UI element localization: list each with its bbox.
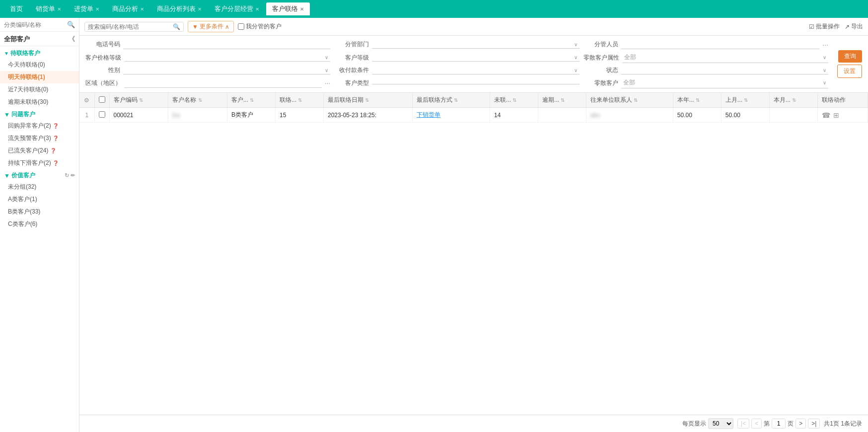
close-icon[interactable]: ✕: [198, 6, 202, 12]
page-number-input[interactable]: [772, 419, 786, 429]
col-no-contact[interactable]: 未联... ⇅: [490, 93, 538, 108]
col-action: 联络动作: [817, 93, 868, 108]
sidebar-item-churn-warning[interactable]: 流失预警客户(3) ❓: [0, 132, 79, 144]
manager-input[interactable]: [621, 40, 820, 49]
more-conditions-button[interactable]: ▼ 更多条件 ∧: [188, 21, 234, 32]
close-icon[interactable]: ✕: [140, 6, 144, 12]
my-customers-check[interactable]: [238, 23, 244, 30]
row-last-method[interactable]: 下销货单: [413, 108, 490, 123]
nav-product-analysis[interactable]: 商品分析 ✕: [106, 2, 150, 15]
first-page-button[interactable]: |<: [737, 419, 749, 429]
my-customers-checkbox[interactable]: 我分管的客户: [238, 22, 282, 31]
sidebar-item-c-class[interactable]: C类客户(6): [0, 218, 79, 230]
sidebar-item-today[interactable]: 今天待联络(0): [0, 59, 79, 71]
column-settings-icon[interactable]: ⚙: [79, 93, 94, 108]
payment-select[interactable]: ∨: [372, 67, 579, 74]
all-customers-header[interactable]: 全部客户 《: [0, 32, 79, 46]
total-records: 共1页 1条记录: [824, 420, 862, 428]
collapse-icon[interactable]: 《: [69, 35, 75, 44]
search-icon[interactable]: 🔍: [67, 21, 75, 28]
sidebar-item-declining[interactable]: 持续下滑客户(2) ❓: [0, 157, 79, 169]
prev-page-button[interactable]: <: [751, 419, 762, 429]
col-last-date[interactable]: 最后联络日期 ⇅: [324, 93, 413, 108]
close-icon[interactable]: ✕: [300, 6, 304, 12]
row-checkbox[interactable]: [94, 108, 109, 123]
search-icon[interactable]: 🔍: [173, 23, 180, 30]
action-menu-icon[interactable]: ⊞: [833, 111, 839, 119]
close-icon[interactable]: ✕: [95, 6, 99, 12]
retail-attr-select[interactable]: 全部 ∨: [622, 52, 828, 63]
nav-purchase-order[interactable]: 进货单 ✕: [68, 2, 105, 15]
more-icon[interactable]: ···: [822, 41, 828, 49]
export-button[interactable]: ↗ 导出: [845, 22, 863, 31]
action-phone-icon[interactable]: ☎: [822, 111, 830, 119]
triangle-icon: ▼: [4, 111, 10, 118]
page-size-select[interactable]: 50 10 20 100: [708, 418, 733, 429]
col-name[interactable]: 客户名称 ⇅: [168, 93, 227, 108]
col-last-month[interactable]: 上月... ⇅: [721, 93, 769, 108]
status-select[interactable]: ∨: [621, 67, 828, 74]
chevron-up-icon: ∧: [225, 23, 229, 30]
phone-input[interactable]: [123, 40, 330, 49]
next-page-button[interactable]: >: [796, 419, 806, 429]
batch-op-button[interactable]: ☑ 批量操作: [809, 22, 840, 31]
sidebar-group-value[interactable]: ▼ 价值客户 ↻ ✏: [0, 169, 79, 181]
sidebar-item-tomorrow[interactable]: 明天待联络(1): [0, 71, 79, 83]
row-overdue: [538, 108, 586, 123]
last-page-button[interactable]: >|: [808, 419, 820, 429]
area-input[interactable]: [124, 78, 322, 88]
sidebar-item-overdue[interactable]: 逾期未联络(30): [0, 96, 79, 108]
settings-button[interactable]: 设置: [837, 65, 862, 78]
toolbar-right-actions: ☑ 批量操作 ↗ 导出: [809, 22, 863, 31]
triangle-icon: ▼: [4, 51, 9, 56]
retail-customer-select[interactable]: 全部 ∨: [621, 77, 828, 88]
sort-icon: ⇅: [139, 97, 143, 103]
col-type[interactable]: 客户... ⇅: [227, 93, 276, 108]
col-overdue[interactable]: 逾期... ⇅: [538, 93, 586, 108]
toolbar: 🔍 ▼ 更多条件 ∧ 我分管的客户 ☑ 批量操作 ↗ 导出: [79, 18, 868, 36]
dept-select[interactable]: ∨: [372, 41, 579, 49]
nav-customer-layer[interactable]: 客户分层经营 ✕: [209, 2, 265, 15]
sidebar-item-week[interactable]: 近7天待联络(0): [0, 83, 79, 96]
gender-select[interactable]: ∨: [123, 67, 330, 74]
sidebar-group-pending[interactable]: ▼ 待联络客户: [0, 46, 79, 59]
search-input[interactable]: [88, 23, 173, 30]
pagination-nav: |< < 第 页 > >|: [737, 419, 820, 429]
customer-level-select[interactable]: ∨: [372, 54, 579, 62]
sidebar-group-problem[interactable]: ▼ 问题客户: [0, 108, 79, 120]
more-icon[interactable]: ···: [325, 79, 331, 87]
filter-status: 状态 ∨: [583, 66, 828, 74]
col-this-month[interactable]: 本月... ⇅: [769, 93, 817, 108]
select-all-checkbox[interactable]: [94, 93, 109, 108]
sidebar-item-b-class[interactable]: B类客户(33): [0, 206, 79, 218]
col-last-method[interactable]: 最后联络方式 ⇅: [413, 93, 490, 108]
sidebar-item-churned[interactable]: 已流失客户(24) ❓: [0, 144, 79, 157]
filter-customer-level: 客户等级 ∨: [334, 54, 579, 62]
col-code[interactable]: 客户编码 ⇅: [109, 93, 168, 108]
chevron-down-icon: ∨: [574, 55, 578, 60]
col-unit-contact[interactable]: 往来单位联系人 ⇅: [586, 93, 673, 108]
customer-type-select[interactable]: [372, 82, 579, 84]
nav-home[interactable]: 首页: [4, 2, 29, 15]
sidebar-item-ungrouped[interactable]: 未分组(32): [0, 181, 79, 193]
col-this-year[interactable]: 本年... ⇅: [673, 93, 721, 108]
search-box[interactable]: 🔍: [84, 22, 184, 32]
sidebar-item-repurchase-anomaly[interactable]: 回购异常客户(2) ❓: [0, 120, 79, 132]
chevron-down-icon: ∨: [574, 42, 578, 47]
value-level-select[interactable]: ∨: [124, 54, 330, 62]
nav-customer-contact[interactable]: 客户联络 ✕: [266, 2, 310, 15]
row-number: 1: [79, 108, 94, 123]
row-last-date: 2023-05-23 18:25:: [324, 108, 413, 123]
nav-sales-order[interactable]: 销货单 ✕: [30, 2, 67, 15]
sidebar-search-input[interactable]: [4, 21, 67, 28]
chevron-down-icon: ∨: [823, 55, 826, 60]
sidebar-item-a-class[interactable]: A类客户(1): [0, 193, 79, 206]
sort-icon: ⇅: [365, 97, 369, 103]
col-contact[interactable]: 联络... ⇅: [276, 93, 324, 108]
close-icon[interactable]: ✕: [57, 6, 61, 12]
chevron-down-icon: ∨: [325, 55, 328, 60]
close-icon[interactable]: ✕: [255, 6, 259, 12]
query-button[interactable]: 查询: [838, 50, 862, 63]
nav-product-analysis-list[interactable]: 商品分析列表 ✕: [151, 2, 208, 15]
filter-customer-type: 客户类型: [334, 79, 579, 87]
